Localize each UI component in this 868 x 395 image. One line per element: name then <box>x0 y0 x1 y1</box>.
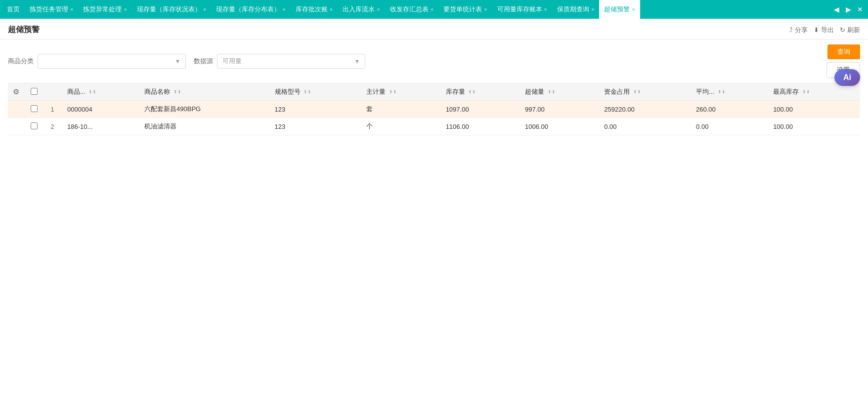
query-button[interactable]: 查询 <box>827 44 860 59</box>
row-checkbox-0[interactable] <box>31 105 38 112</box>
cell-max-inventory: 100.00 <box>768 101 860 118</box>
nav-close-collect-summary[interactable]: × <box>431 6 434 12</box>
cell-row-num: 2 <box>43 118 62 135</box>
sort-icon-main-unit: ⬆⬇ <box>389 90 397 94</box>
cell-product-code: 0000004 <box>62 101 139 118</box>
cell-checkbox <box>26 101 43 118</box>
sort-icon-product-name: ⬆⬇ <box>174 90 181 94</box>
export-icon: ⬇ <box>814 26 819 34</box>
nav-home[interactable]: 首页 <box>2 0 25 19</box>
share-button[interactable]: ⤴ 分享 <box>789 26 808 35</box>
nav-avail-account[interactable]: 可用量库存账本 × <box>492 0 552 19</box>
nav-batch-account[interactable]: 库存批次账 × <box>291 0 338 19</box>
sort-icon-avg-price: ⬆⬇ <box>718 90 726 94</box>
datasource-label: 数据源 <box>194 57 213 66</box>
cell-inventory: 1106.00 <box>441 118 520 135</box>
cell-capital-occupied: 259220.00 <box>599 101 691 118</box>
cell-spec-model: 123 <box>270 118 362 135</box>
th-product-code[interactable]: 商品... ⬆⬇ <box>62 83 139 101</box>
nav-arrow-left[interactable]: ◀ <box>830 0 842 19</box>
nav-close-inout-flow[interactable]: × <box>377 6 380 12</box>
sort-icon-capital-occupied: ⬆⬇ <box>633 90 641 94</box>
datasource-filter: 数据源 可用量 ▼ <box>194 54 365 69</box>
cell-settings <box>8 101 26 118</box>
cell-product-name: 机油滤清器 <box>139 118 269 135</box>
cell-spec-model: 123 <box>270 101 362 118</box>
ai-button[interactable]: Ai <box>834 69 860 86</box>
nav-order-stat[interactable]: 要货单统计表 × <box>438 0 492 19</box>
nav-close-inventory-dist[interactable]: × <box>282 6 285 12</box>
nav-close-order-stat[interactable]: × <box>484 6 487 12</box>
nav-collect-summary[interactable]: 收发存汇总表 × <box>385 0 438 19</box>
cell-inventory: 1097.00 <box>441 101 520 118</box>
table-body: 1 0000004 六配套新昌490BPG 123 套 1097.00 997.… <box>8 101 860 135</box>
data-table: ⚙ 商品... ⬆⬇ 商品名称 ⬆⬇ 规格型号 <box>8 83 860 135</box>
nav-close-pick-task[interactable]: × <box>70 6 73 12</box>
refresh-icon: ↻ <box>840 26 845 34</box>
th-main-unit[interactable]: 主计量 ⬆⬇ <box>361 83 440 101</box>
nav-quality-query[interactable]: 保质期查询 × <box>552 0 599 19</box>
sort-icon-max-inventory: ⬆⬇ <box>802 90 810 94</box>
nav-close-quality-query[interactable]: × <box>591 6 594 12</box>
nav-close-batch-account[interactable]: × <box>330 6 333 12</box>
row-checkbox-1[interactable] <box>31 122 38 129</box>
cell-main-unit: 个 <box>361 118 440 135</box>
page-title: 超储预警 <box>8 25 40 35</box>
th-over-storage[interactable]: 超储量 ⬆⬇ <box>520 83 599 101</box>
sort-icon-over-storage: ⬆⬇ <box>548 90 556 94</box>
cell-max-inventory: 100.00 <box>768 118 860 135</box>
cell-main-unit: 套 <box>361 101 440 118</box>
th-avg-price[interactable]: 平均... ⬆⬇ <box>691 83 768 101</box>
table-row: 2 186-10... 机油滤清器 123 个 1106.00 1006.00 … <box>8 118 860 135</box>
nav-inout-flow[interactable]: 出入库流水 × <box>338 0 385 19</box>
cell-product-code: 186-10... <box>62 118 139 135</box>
header-actions: ⤴ 分享 ⬇ 导出 ↻ 刷新 <box>789 26 860 35</box>
chevron-down-icon-2: ▼ <box>354 58 360 64</box>
sort-icon-inventory: ⬆⬇ <box>468 90 476 94</box>
cell-product-name: 六配套新昌490BPG <box>139 101 269 118</box>
th-settings: ⚙ <box>8 83 26 101</box>
top-navigation: 首页 拣货任务管理 × 拣货异常处理 × 现存量（库存状况表） × 现存量（库存… <box>0 0 868 19</box>
product-category-select[interactable]: ▼ <box>38 54 186 69</box>
nav-pick-task[interactable]: 拣货任务管理 × <box>25 0 78 19</box>
gear-icon[interactable]: ⚙ <box>13 87 19 96</box>
nav-close-overstock-warning[interactable]: × <box>632 6 635 12</box>
nav-overstock-warning[interactable]: 超储预警 × <box>599 0 640 19</box>
nav-close-pick-abnormal[interactable]: × <box>124 6 127 12</box>
th-checkbox <box>26 83 43 101</box>
refresh-button[interactable]: ↻ 刷新 <box>840 26 860 35</box>
nav-close-inventory-status[interactable]: × <box>203 6 206 12</box>
cell-over-storage: 1006.00 <box>520 118 599 135</box>
cell-row-num: 1 <box>43 101 62 118</box>
cell-over-storage: 997.00 <box>520 101 599 118</box>
nav-arrow-close[interactable]: ✕ <box>854 0 866 19</box>
table-header-row: ⚙ 商品... ⬆⬇ 商品名称 ⬆⬇ 规格型号 <box>8 83 860 101</box>
product-category-label: 商品分类 <box>8 57 34 66</box>
nav-pick-abnormal[interactable]: 拣货异常处理 × <box>78 0 131 19</box>
datasource-select[interactable]: 可用量 ▼ <box>217 54 365 69</box>
nav-arrow-right[interactable]: ▶ <box>842 0 854 19</box>
sort-icon-product-code: ⬆⬇ <box>88 90 96 94</box>
cell-checkbox <box>26 118 43 135</box>
nav-close-avail-account[interactable]: × <box>544 6 547 12</box>
th-capital-occupied[interactable]: 资金占用 ⬆⬇ <box>599 83 691 101</box>
nav-arrows: ◀ ▶ ✕ <box>830 0 866 19</box>
sort-icon-spec-model: ⬆⬇ <box>304 90 311 94</box>
select-all-checkbox[interactable] <box>31 88 38 95</box>
cell-capital-occupied: 0.00 <box>599 118 691 135</box>
th-inventory[interactable]: 库存量 ⬆⬇ <box>441 83 520 101</box>
filter-row: 商品分类 ▼ 数据源 可用量 ▼ 查询 设置 <box>0 40 868 83</box>
product-category-filter: 商品分类 ▼ <box>8 54 186 69</box>
table-row: 1 0000004 六配套新昌490BPG 123 套 1097.00 997.… <box>8 101 860 118</box>
th-row-num <box>43 83 62 101</box>
th-product-name[interactable]: 商品名称 ⬆⬇ <box>139 83 269 101</box>
nav-inventory-status[interactable]: 现存量（库存状况表） × <box>132 0 211 19</box>
nav-inventory-dist[interactable]: 现存量（库存分布表） × <box>211 0 290 19</box>
cell-avg-price: 0.00 <box>691 118 768 135</box>
page-container: 超储预警 ⤴ 分享 ⬇ 导出 ↻ 刷新 商品分类 ▼ 数据源 <box>0 19 868 395</box>
datasource-value: 可用量 <box>222 57 242 66</box>
share-icon: ⤴ <box>789 26 793 34</box>
page-header: 超储预警 ⤴ 分享 ⬇ 导出 ↻ 刷新 <box>0 19 868 40</box>
export-button[interactable]: ⬇ 导出 <box>814 26 834 35</box>
th-spec-model[interactable]: 规格型号 ⬆⬇ <box>270 83 362 101</box>
